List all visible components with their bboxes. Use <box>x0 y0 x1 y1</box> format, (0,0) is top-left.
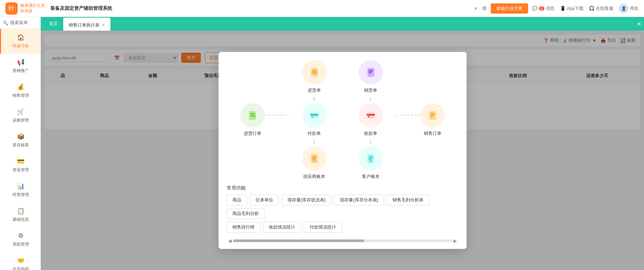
func-btn-payment-stats[interactable]: 付款情况统计 <box>304 222 342 233</box>
message-action[interactable]: 💬 6 消息 <box>532 5 555 12</box>
avatar: 👤 <box>619 4 628 13</box>
flow-node-purchase-bill[interactable]: 进货单 <box>291 60 338 93</box>
home-icon: 🏠 <box>17 34 24 41</box>
purchase-bill-icon <box>302 60 327 85</box>
svg-text:账: 账 <box>369 159 372 162</box>
func-btn-receipt-stats[interactable]: 收款情况统计 <box>263 222 301 233</box>
scroll-left-icon[interactable]: ◀ <box>227 238 233 244</box>
supplier-ledger-icon: 账 <box>302 146 327 171</box>
func-btn-group-1: 商品 往来单位 现存量(库存状况表) 现存量(库存分布表) 销售毛利分析表 商品… <box>227 195 458 219</box>
sidebar-item-inventory[interactable]: 📦 库存核算 <box>0 128 40 153</box>
tab-sales-order-exec[interactable]: 销售订单执行表 ✕ <box>63 18 110 31</box>
search-menu[interactable]: 🔍 搜索菜单 <box>0 17 40 29</box>
message-icon: 💬 <box>532 6 538 11</box>
svg-rect-28 <box>429 111 436 120</box>
func-btn-group-2: 销售排行榜 收款情况统计 付款情况统计 <box>227 222 458 233</box>
system-title: 装备及固定资产辅助管理系统 <box>50 5 470 12</box>
func-btn-stock-dist[interactable]: 现存量(库存分布表) <box>334 195 384 205</box>
finance-icon: 💳 <box>17 158 24 165</box>
sidebar-item-quick-nav[interactable]: 🏠 快捷导航 <box>0 29 40 54</box>
logo-text: 畅康通好生意 标准版 <box>20 3 45 14</box>
tab-bar: 首页 销售订单执行表 ✕ ✕ <box>41 17 644 31</box>
arrow-down-receipt: ↓ <box>369 138 372 145</box>
flow-node-sales-bill[interactable]: 销货单 <box>347 60 395 93</box>
func-btn-product[interactable]: 商品 <box>227 195 247 205</box>
app-download-icon: 📱 <box>560 6 565 11</box>
operations-icon: 📊 <box>17 182 24 190</box>
search-icon: 🔍 <box>3 20 8 25</box>
online-service-action[interactable]: 🎧 在线客服 <box>589 5 613 12</box>
arrow-down-sales: ↓ <box>369 95 372 102</box>
sidebar-item-finance[interactable]: 💳 资金管理 <box>0 153 40 178</box>
sidebar-item-basic-info[interactable]: 📋 基础信息 <box>0 202 40 227</box>
flow-node-sales-order[interactable]: 销售订单 <box>420 103 445 137</box>
system-icon: ⚙ <box>18 232 23 239</box>
func-btn-contacts[interactable]: 往来单位 <box>250 195 279 205</box>
settings-icon[interactable]: ⚙ <box>482 5 487 12</box>
func-btn-stock-status[interactable]: 现存量(库存状况表) <box>282 195 332 205</box>
modal-overlay[interactable]: 进货订单 → <box>41 31 644 270</box>
arrow-down-purchase: ↓ <box>313 95 316 102</box>
svg-text:账: 账 <box>313 159 316 162</box>
sidebar-item-operations[interactable]: 📊 经营管理 <box>0 178 40 202</box>
func-btn-sales-rank[interactable]: 销售排行榜 <box>227 222 260 233</box>
func-btn-product-profit[interactable]: 商品毛利分析 <box>227 208 265 219</box>
flow-section: 进货订单 → <box>227 60 458 180</box>
svg-rect-9 <box>310 114 318 115</box>
online-service-icon: 🎧 <box>589 6 594 11</box>
logo-area: 叶 畅康通好生意 标准版 <box>5 2 46 15</box>
svg-rect-16 <box>367 68 374 77</box>
flow-mid-sales: 销货单 ↓ 收款单 ↓ <box>347 60 395 180</box>
flow-node-payment[interactable]: 付款单 <box>291 103 338 137</box>
sidebar-item-sales[interactable]: 💰 销售管理 <box>0 78 40 103</box>
flow-node-purchase-order[interactable]: 进货订单 <box>240 103 265 137</box>
sidebar-item-purchase[interactable]: 🛒 采购管理 <box>0 103 40 128</box>
arrow-down-payment: ↓ <box>313 138 316 145</box>
marketing-icon: 📢 <box>17 58 24 66</box>
tab-close-icon[interactable]: ✕ <box>102 23 105 28</box>
try-button[interactable]: 体验行业方案 <box>491 3 528 14</box>
flow-mid-purchase: 进货单 ↓ 付款单 ↓ <box>291 60 338 180</box>
content-area: 首页 销售订单执行表 ✕ ✕ ❓ 帮助 🖨 按 <box>41 17 644 270</box>
sidebar: 🔍 搜索菜单 🏠 快捷导航 📢 营销推广 💰 销售管理 🛒 采购管理 📦 <box>0 17 41 270</box>
sales-order-icon <box>420 103 445 128</box>
tab-close-all-icon[interactable]: ✕ <box>637 21 641 27</box>
payment-icon <box>302 103 327 128</box>
sales-bill-icon <box>359 60 383 85</box>
svg-rect-0 <box>249 111 256 120</box>
flow-node-supplier-ledger[interactable]: 账 供应商账本 <box>291 146 338 180</box>
purchase-icon: 🛒 <box>17 108 24 115</box>
scrollbar-row: ◀ ▶ <box>227 235 458 244</box>
common-functions-title: 常用功能 <box>227 185 458 191</box>
scrollbar-track[interactable] <box>233 239 452 242</box>
svg-rect-21 <box>367 114 375 115</box>
message-badge: 6 <box>539 6 544 11</box>
app-download-action[interactable]: 📱 App下载 <box>560 5 584 12</box>
receipt-icon <box>359 103 383 128</box>
inventory-icon: 📦 <box>17 133 24 140</box>
common-functions: 常用功能 商品 往来单位 现存量(库存状况表) 现存量(库存分布表) 销售毛利分… <box>227 185 458 233</box>
main-layout: 🔍 搜索菜单 🏠 快捷导航 📢 营销推广 💰 销售管理 🛒 采购管理 📦 <box>0 17 644 270</box>
scroll-right-icon[interactable]: ▶ <box>452 238 458 244</box>
flow-node-customer-ledger[interactable]: 账 客户账本 <box>347 146 395 180</box>
app-container: 叶 畅康通好生意 标准版 装备及固定资产辅助管理系统 ▼ ⚙ 体验行业方案 💬 … <box>0 0 644 270</box>
flow-node-receipt[interactable]: 收款单 <box>347 103 395 137</box>
purchase-order-icon <box>240 103 265 128</box>
top-bar: 叶 畅康通好生意 标准版 装备及固定资产辅助管理系统 ▼ ⚙ 体验行业方案 💬 … <box>0 0 644 17</box>
func-btn-sales-profit[interactable]: 销售毛利分析表 <box>387 195 429 205</box>
sales-icon: 💰 <box>17 83 24 91</box>
sidebar-item-marketing[interactable]: 📢 营销推广 <box>0 54 40 78</box>
user-action[interactable]: 👤 用友 <box>619 4 639 13</box>
logo-icon: 叶 <box>5 2 18 15</box>
sidebar-item-enterprise[interactable]: 🤝 企业协同 <box>0 252 40 270</box>
dropdown-arrow-icon[interactable]: ▼ <box>474 6 478 11</box>
svg-point-10 <box>312 116 313 118</box>
sidebar-item-system[interactable]: ⚙ 系统管理 <box>0 227 40 252</box>
svg-rect-4 <box>311 68 318 77</box>
svg-point-22 <box>368 116 369 118</box>
tab-home[interactable]: 首页 <box>43 17 63 31</box>
page-content: ❓ 帮助 🖨 按模板打印 ▼ 📤 导出 🔄 刷新 <box>41 31 644 270</box>
enterprise-icon: 🤝 <box>17 257 24 264</box>
basic-info-icon: 📋 <box>17 207 24 215</box>
customer-ledger-icon: 账 <box>359 146 383 171</box>
